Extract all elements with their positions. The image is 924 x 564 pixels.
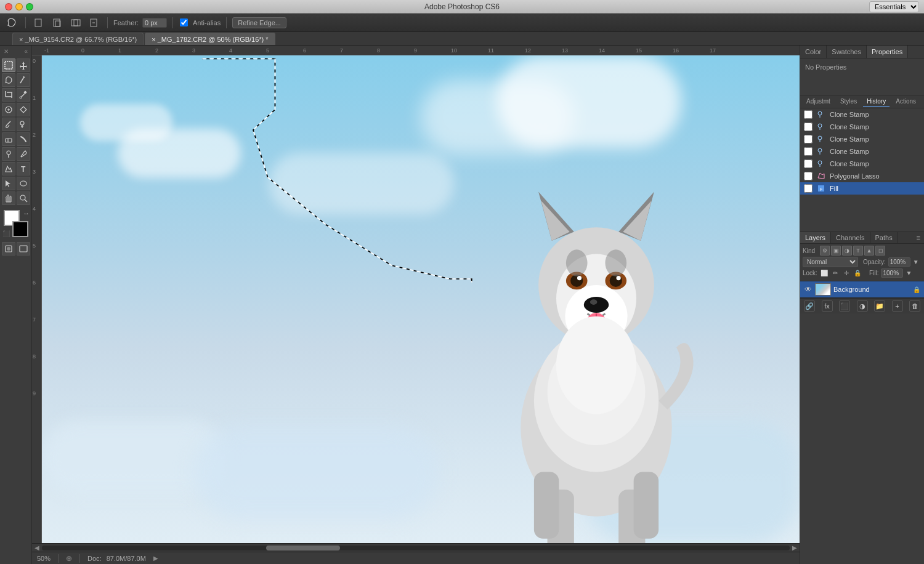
- lock-move-icon[interactable]: ✛: [842, 269, 851, 278]
- tab-2[interactable]: × _MG_1782.CR2 @ 50% (RGB/16*) *: [145, 33, 275, 45]
- option4-button[interactable]: [87, 17, 102, 29]
- kind-all-icon[interactable]: ⚙: [820, 246, 830, 256]
- crop-tool[interactable]: [2, 88, 15, 102]
- history-item-1[interactable]: Clone Stamp: [800, 108, 924, 121]
- feather-input[interactable]: [142, 18, 167, 28]
- scrollbar-track[interactable]: [42, 546, 790, 550]
- quick-mask-tool[interactable]: [2, 242, 15, 256]
- channels-tab[interactable]: Channels: [831, 232, 870, 243]
- smudge-tool[interactable]: [17, 132, 30, 146]
- add-folder-button[interactable]: 📁: [874, 300, 885, 312]
- refine-edge-button[interactable]: Refine Edge...: [232, 17, 286, 28]
- history-item-3[interactable]: Clone Stamp: [800, 133, 924, 145]
- new-doc-button[interactable]: [31, 17, 46, 29]
- essentials-dropdown[interactable]: Essentials: [869, 1, 919, 12]
- add-layer-button[interactable]: +: [892, 300, 903, 312]
- brush-tool[interactable]: [2, 118, 15, 131]
- actions-tab[interactable]: Actions: [892, 97, 920, 107]
- paths-tab[interactable]: Paths: [870, 232, 898, 243]
- direct-select-tool[interactable]: [2, 177, 15, 190]
- history-check-7[interactable]: [804, 184, 813, 193]
- history-item-5[interactable]: Clone Stamp: [800, 158, 924, 170]
- swap-colors-icon[interactable]: ↔: [23, 210, 30, 217]
- marquee-tool[interactable]: [2, 58, 15, 72]
- path-select-tool[interactable]: [2, 162, 15, 175]
- history-check-5[interactable]: [804, 159, 813, 168]
- default-colors-icon[interactable]: ⬛: [2, 230, 10, 237]
- history-icon-1: [816, 110, 826, 119]
- link-layers-button[interactable]: 🔗: [804, 300, 815, 312]
- history-check-6[interactable]: [804, 172, 813, 180]
- history-check-2[interactable]: [804, 123, 813, 131]
- layer-visibility-icon[interactable]: 👁: [804, 285, 813, 294]
- scrollbar-thumb[interactable]: [266, 546, 340, 550]
- option2-button[interactable]: [50, 17, 65, 29]
- add-mask-button[interactable]: ⬛: [839, 300, 850, 312]
- tab-1[interactable]: × _MG_9154.CR2 @ 66.7% (RGB/16*): [12, 33, 144, 45]
- delete-layer-button[interactable]: 🗑: [909, 300, 920, 312]
- antialias-checkbox[interactable]: [180, 18, 188, 26]
- color-tab[interactable]: Color: [800, 46, 827, 58]
- wand-tool[interactable]: [17, 73, 30, 87]
- type-tool[interactable]: T: [17, 162, 30, 175]
- eyedropper-tool[interactable]: [17, 88, 30, 102]
- opacity-arrow[interactable]: ▼: [913, 259, 919, 265]
- essentials-select[interactable]: Essentials: [869, 1, 919, 12]
- styles-tab[interactable]: Styles: [837, 97, 861, 107]
- history-check-4[interactable]: [804, 147, 813, 156]
- lock-all-icon[interactable]: 🔒: [853, 269, 862, 278]
- kind-pixel-icon[interactable]: ▣: [831, 246, 841, 256]
- layer-background[interactable]: 👁 Background 🔒: [800, 281, 924, 298]
- opacity-input[interactable]: [888, 257, 910, 267]
- eraser-tool[interactable]: [2, 132, 15, 146]
- status-arrow[interactable]: ▶: [153, 555, 158, 562]
- close-button[interactable]: [5, 3, 12, 10]
- clone-stamp-tool[interactable]: [17, 118, 30, 131]
- kind-adj-icon[interactable]: ◑: [842, 246, 852, 256]
- lasso-tool[interactable]: [2, 73, 15, 87]
- ellipse-tool[interactable]: [17, 177, 30, 190]
- add-style-button[interactable]: fx: [822, 300, 833, 312]
- toolbox-collapse[interactable]: «: [24, 48, 28, 55]
- history-check-3[interactable]: [804, 135, 813, 143]
- history-check-1[interactable]: [804, 110, 813, 119]
- history-tab[interactable]: History: [863, 97, 890, 107]
- history-item-7[interactable]: F Fill: [800, 182, 924, 195]
- hand-tool[interactable]: [2, 191, 15, 205]
- screen-mode-tool[interactable]: [17, 242, 30, 256]
- background-color[interactable]: [12, 221, 28, 237]
- history-item-4[interactable]: Clone Stamp: [800, 145, 924, 158]
- fill-input[interactable]: [881, 268, 903, 278]
- option3-button[interactable]: [68, 17, 83, 29]
- zoom-fit-icon[interactable]: ⊕: [66, 554, 72, 563]
- layers-tab[interactable]: Layers: [800, 232, 831, 243]
- dodge-tool[interactable]: [2, 147, 15, 161]
- toolbox-close[interactable]: ✕: [4, 48, 9, 55]
- adjustmt-tab[interactable]: Adjustmt: [803, 97, 834, 107]
- patch-tool[interactable]: [17, 103, 30, 116]
- history-item-2[interactable]: Clone Stamp: [800, 121, 924, 133]
- properties-tab[interactable]: Properties: [867, 46, 908, 58]
- swatches-tab[interactable]: Swatches: [827, 46, 867, 58]
- lock-transparent-icon[interactable]: ⬜: [820, 269, 829, 278]
- zoom-tool[interactable]: [17, 191, 30, 205]
- heal-tool[interactable]: [2, 103, 15, 116]
- lock-brush-icon[interactable]: ✏: [831, 269, 840, 278]
- layer-thumbnail: [815, 283, 831, 296]
- kind-smart-icon[interactable]: ◻: [875, 246, 885, 256]
- minimize-button[interactable]: [15, 3, 23, 10]
- kind-shape-icon[interactable]: ▲: [864, 246, 874, 256]
- blend-mode-select[interactable]: Normal Multiply Screen Overlay: [803, 257, 858, 267]
- lasso-tool-button[interactable]: [4, 16, 20, 30]
- tool-row-7: [2, 147, 30, 161]
- history-item-6[interactable]: Polygonal Lasso: [800, 170, 924, 182]
- kind-type-icon[interactable]: T: [853, 246, 863, 256]
- fill-arrow[interactable]: ▼: [906, 270, 912, 276]
- horizontal-scrollbar[interactable]: ◀ ▶: [32, 543, 800, 552]
- canvas-wrapper[interactable]: .selection-path { fill: none; stroke: wh…: [42, 55, 800, 543]
- layer-panel-menu[interactable]: ≡: [913, 232, 924, 243]
- maximize-button[interactable]: [26, 3, 33, 10]
- move-tool[interactable]: [17, 58, 30, 72]
- pen-tool[interactable]: [17, 147, 30, 161]
- add-adjustment-button[interactable]: ◑: [857, 300, 868, 312]
